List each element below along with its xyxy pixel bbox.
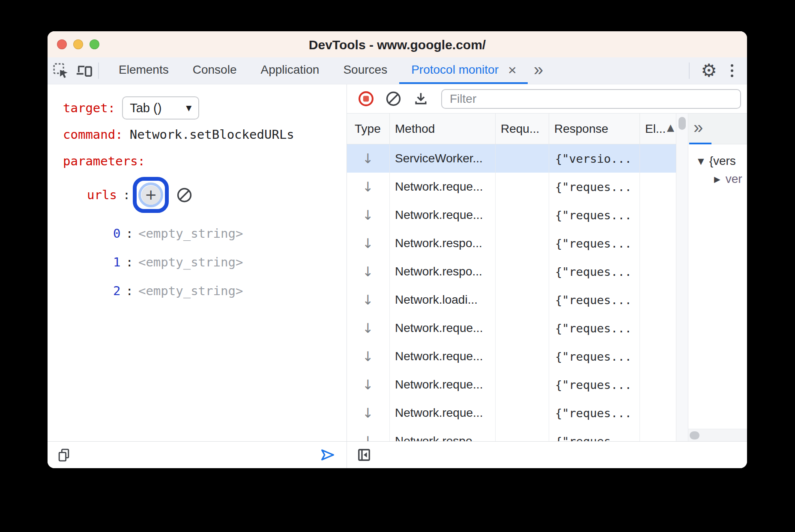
row-elapsed-cell <box>640 257 676 286</box>
colon-separator: : <box>126 284 133 298</box>
urls-key-label: urls <box>87 188 117 202</box>
row-type-cell: ↓ <box>347 201 390 229</box>
copy-icon <box>56 447 72 463</box>
table-row[interactable]: ↓ Network.reque... {"reques... <box>347 342 676 371</box>
clear-icon <box>386 91 401 107</box>
block-icon <box>176 187 192 203</box>
row-elapsed-cell <box>640 342 676 371</box>
column-header-request[interactable]: Requ... <box>496 114 549 144</box>
column-header-method[interactable]: Method <box>390 114 496 144</box>
column-header-elapsed[interactable]: El... ▲ <box>640 114 676 144</box>
filter-input[interactable] <box>441 89 741 109</box>
table-vertical-scrollbar[interactable] <box>676 114 688 441</box>
command-key-label: command: <box>63 127 123 142</box>
table-row[interactable]: ↓ Network.respo... {"reques... <box>347 257 676 286</box>
table-row[interactable]: ↓ Network.loadi... {"reques... <box>347 286 676 314</box>
copy-command-button[interactable] <box>56 447 72 463</box>
array-item-value-field[interactable]: <empty_string> <box>138 255 243 269</box>
array-index-label: 0 <box>113 226 120 241</box>
array-item-value-field[interactable]: <empty_string> <box>138 226 243 241</box>
table-row[interactable]: ↓ ServiceWorker... {"versio... <box>347 144 676 173</box>
tree-node-label: ver <box>726 172 742 186</box>
panel-tab-label: Application <box>260 63 319 77</box>
table-row[interactable]: ↓ Network.reque... {"reques... <box>347 314 676 342</box>
tab-sources[interactable]: Sources <box>331 57 399 84</box>
clear-log-button[interactable] <box>386 91 401 107</box>
expand-sidebar-icon[interactable]: » <box>693 119 703 136</box>
row-response-cell: {"reques... <box>549 427 640 441</box>
colon-separator: : <box>126 255 133 269</box>
devtools-window: DevTools - www.google.com/ Elements Cons… <box>48 31 747 468</box>
record-stop-button[interactable] <box>358 91 374 107</box>
array-item-value-field[interactable]: <empty_string> <box>138 284 243 298</box>
sidebar-header: » <box>688 114 747 144</box>
device-toolbar-button[interactable] <box>74 61 94 81</box>
array-index-label: 2 <box>113 284 120 298</box>
table-row[interactable]: ↓ Network.respo... {"reques... <box>347 427 676 441</box>
toolbar-divider <box>98 63 99 79</box>
object-tree-row[interactable]: ▼ {vers <box>688 152 747 170</box>
row-type-cell: ↓ <box>347 144 390 173</box>
table-row[interactable]: ↓ Network.reque... {"reques... <box>347 399 676 427</box>
inspect-icon <box>51 61 70 80</box>
table-row[interactable]: ↓ Network.reque... {"reques... <box>347 173 676 201</box>
table-header-row: Type Method Requ... Response El... ▲ <box>347 114 676 144</box>
settings-gear-icon[interactable]: ⚙ <box>701 62 717 80</box>
received-arrow-icon: ↓ <box>362 152 374 165</box>
row-response-cell: {"reques... <box>549 201 640 229</box>
row-response-cell: {"reques... <box>549 286 640 314</box>
row-request-cell <box>496 371 549 399</box>
tree-expand-icon[interactable]: ▼ <box>698 156 704 166</box>
main-menu-kebab-icon[interactable] <box>724 64 740 77</box>
tab-application[interactable]: Application <box>248 57 331 84</box>
column-header-response[interactable]: Response <box>549 114 640 144</box>
received-arrow-icon: ↓ <box>362 322 374 335</box>
title-bar: DevTools - www.google.com/ <box>48 31 747 57</box>
url-array-item: 0 : <empty_string> <box>113 219 347 248</box>
row-type-cell: ↓ <box>347 314 390 342</box>
row-method-cell: Network.reque... <box>390 371 496 399</box>
close-tab-icon[interactable]: × <box>499 63 523 77</box>
tree-expand-icon[interactable]: ▶ <box>714 174 720 184</box>
scrollbar-thumb[interactable] <box>678 117 686 130</box>
messages-table: Type Method Requ... Response El... ▲ ↓ S… <box>347 114 676 441</box>
command-row: command: Network.setBlockedURLs <box>63 124 347 145</box>
save-download-button[interactable] <box>413 91 429 107</box>
parameters-key-label: parameters: <box>63 154 145 168</box>
target-select[interactable]: Tab () ▼ <box>122 96 199 120</box>
target-row: target: Tab () ▼ <box>63 96 347 120</box>
received-arrow-icon: ↓ <box>362 209 374 222</box>
column-header-type[interactable]: Type <box>347 114 390 144</box>
delete-parameter-button[interactable] <box>176 187 192 203</box>
target-key-label: target: <box>63 101 115 115</box>
row-elapsed-cell <box>640 201 676 229</box>
more-tabs-button[interactable]: » <box>528 61 549 78</box>
sidebar-horizontal-scrollbar[interactable] <box>688 429 747 441</box>
row-type-cell: ↓ <box>347 427 390 441</box>
row-elapsed-cell <box>640 286 676 314</box>
row-method-cell: Network.reque... <box>390 399 496 427</box>
command-editor-panel: target: Tab () ▼ command: Network.setBlo… <box>48 84 347 441</box>
table-rows: ↓ ServiceWorker... {"versio... ↓ Network… <box>347 144 676 441</box>
table-row[interactable]: ↓ Network.respo... {"reques... <box>347 229 676 257</box>
send-icon <box>319 446 336 463</box>
row-response-cell: {"reques... <box>549 399 640 427</box>
tab-protocol-monitor[interactable]: Protocol monitor × <box>399 57 528 84</box>
object-tree-row[interactable]: ▶ ver <box>688 170 747 188</box>
table-row[interactable]: ↓ Network.reque... {"reques... <box>347 371 676 399</box>
tab-elements[interactable]: Elements <box>107 57 181 84</box>
add-url-button-highlight: + <box>133 177 169 213</box>
toolbar-divider <box>689 63 690 79</box>
collapse-sidebar-button[interactable] <box>356 446 373 463</box>
tab-console[interactable]: Console <box>181 57 249 84</box>
row-request-cell <box>496 173 549 201</box>
protocol-monitor-panel: Type Method Requ... Response El... ▲ ↓ S… <box>347 84 747 441</box>
command-value[interactable]: Network.setBlockedURLs <box>130 127 294 142</box>
array-index-label: 1 <box>113 255 120 269</box>
table-row[interactable]: ↓ Network.reque... {"reques... <box>347 201 676 229</box>
panel-tab-label: Console <box>193 63 237 77</box>
add-url-button[interactable]: + <box>141 185 161 205</box>
scrollbar-thumb[interactable] <box>690 431 699 439</box>
send-command-button[interactable] <box>319 446 336 463</box>
inspect-element-button[interactable] <box>51 61 71 81</box>
